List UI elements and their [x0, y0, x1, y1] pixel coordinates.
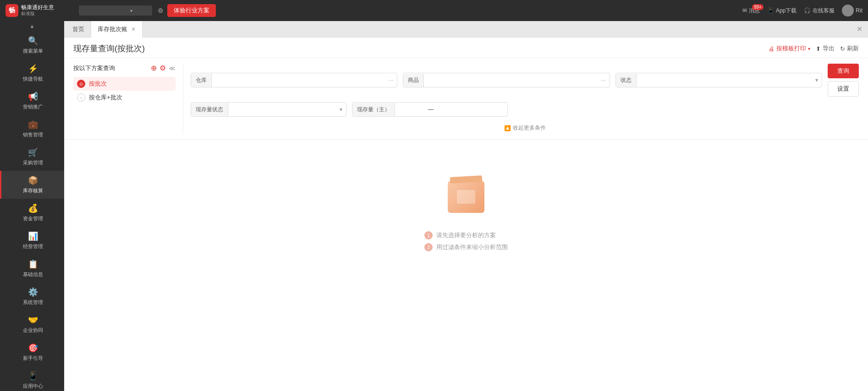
sidebar-item-basics[interactable]: 📋 基础信息: [0, 255, 64, 282]
warehouse-more-icon[interactable]: ···: [385, 74, 397, 86]
stock-status-label: 现存量状态: [191, 103, 228, 116]
filter-panel: 按以下方案查询 ⊕ ⚙ ≪ ⊙ 按批次 ○ 按仓库+批次: [64, 58, 868, 140]
inventory-icon: 📦: [28, 175, 38, 185]
hint-num-2: 2: [424, 243, 433, 251]
apps-icon: 📱: [28, 371, 38, 381]
settings-scheme-icon[interactable]: ⚙: [159, 64, 166, 72]
query-button[interactable]: 查询: [828, 64, 859, 78]
content-area: 首页 库存批次账 ✕ ✕ 现存量查询(按批次) 🖨 按模板打印 ▾: [64, 21, 868, 391]
purchase-icon: 🛒: [28, 147, 38, 157]
enterprise-icon: 🤝: [28, 315, 38, 325]
collapse-up-icon: 🔼: [504, 125, 511, 131]
sidebar-item-enterprise[interactable]: 🤝 企业协同: [0, 310, 64, 338]
settings-gear-icon[interactable]: ⚙: [158, 7, 164, 14]
scheme-batch-label: 按批次: [89, 80, 107, 88]
stock-qty-min-input[interactable]: [399, 106, 426, 113]
scheme-item-warehouse-batch[interactable]: ○ 按仓库+批次: [73, 91, 176, 104]
product-more-icon[interactable]: ···: [598, 74, 610, 86]
print-button[interactable]: 🖨 按模板打印 ▾: [769, 44, 810, 53]
collapse-scheme-icon[interactable]: ≪: [169, 65, 176, 72]
export-icon: ⬆: [816, 45, 821, 52]
newbie-icon: 🎯: [28, 343, 38, 353]
sidebar-item-quick-label: 快捷导航: [23, 76, 43, 82]
sidebar-item-operations-label: 经营管理: [23, 243, 43, 250]
stock-qty-max-input[interactable]: [435, 106, 463, 113]
sidebar-item-marketing-label: 营销推广: [23, 103, 43, 110]
scheme-active-icon: ⊙: [77, 80, 85, 88]
sidebar-item-sales-label: 销售管理: [23, 131, 43, 138]
status-input[interactable]: [637, 74, 812, 86]
online-service-button[interactable]: 🎧 在线客服: [804, 7, 835, 15]
stock-status-input[interactable]: [228, 103, 336, 115]
refresh-icon: ↻: [840, 45, 845, 52]
tab-close-icon[interactable]: ✕: [131, 26, 136, 33]
page-header-actions: 🖨 按模板打印 ▾ ⬆ 导出 ↻ 刷新: [769, 44, 859, 53]
topbar-search-input[interactable]: [82, 7, 128, 14]
phone-icon: 📱: [767, 7, 774, 14]
page-content: 现存量查询(按批次) 🖨 按模板打印 ▾ ⬆ 导出 ↻ 刷新: [64, 38, 868, 391]
status-dropdown-icon[interactable]: ▾: [812, 74, 822, 86]
empty-hints: 1 请先选择要分析的方案 2 用过滤条件来缩小分析范围: [424, 231, 508, 251]
user-label: Rit: [856, 7, 863, 14]
sidebar-item-marketing[interactable]: 📢 营销推广: [0, 87, 64, 115]
product-input[interactable]: [424, 74, 597, 86]
sidebar-item-quick[interactable]: ⚡ 快捷导航: [0, 59, 64, 87]
print-dropdown-icon[interactable]: ▾: [808, 46, 810, 51]
finance-icon: 💰: [28, 203, 38, 213]
sidebar-item-sales[interactable]: 💼 销售管理: [0, 115, 64, 143]
warehouse-field: 仓库 ···: [191, 73, 397, 87]
app-download-button[interactable]: 📱 App下载: [767, 7, 797, 15]
experience-button[interactable]: 体验行业方案: [167, 4, 216, 17]
headset-icon: 🎧: [804, 7, 811, 14]
filter-collapse-button[interactable]: 🔼 收起更多条件: [191, 122, 859, 134]
sidebar-item-search[interactable]: 🔍 搜索菜单: [0, 31, 64, 59]
scheme-inactive-icon: ○: [77, 93, 85, 102]
company-name: 畅康通好生意: [21, 4, 54, 11]
status-label: 状态: [616, 74, 637, 87]
search-dropdown-icon[interactable]: ▾: [130, 8, 132, 13]
tab-home[interactable]: 首页: [66, 21, 91, 38]
empty-state: 1 请先选择要分析的方案 2 用过滤条件来缩小分析范围: [64, 140, 868, 288]
sidebar-item-system[interactable]: ⚙️ 系统管理: [0, 282, 64, 310]
refresh-button[interactable]: ↻ 刷新: [840, 44, 859, 53]
sidebar-item-apps[interactable]: 📱 应用中心: [0, 366, 64, 391]
empty-box-inner: [457, 190, 475, 204]
user-avatar-button[interactable]: Rit: [842, 5, 863, 16]
product-field: 商品 ···: [403, 73, 610, 87]
tab-inventory-batch[interactable]: 库存批次账 ✕: [91, 21, 143, 38]
product-label: 商品: [403, 74, 424, 87]
filter-row-2: 现存量状态 ▾ 现存量（主） —: [191, 102, 859, 117]
warehouse-input[interactable]: [212, 74, 385, 86]
warehouse-label: 仓库: [191, 74, 212, 87]
sidebar-item-inventory[interactable]: 📦 库存核算: [0, 171, 64, 199]
scheme-item-batch[interactable]: ⊙ 按批次: [73, 77, 176, 91]
messages-button[interactable]: ✉ 消息 99+: [742, 7, 760, 15]
empty-hint-2: 2 用过滤条件来缩小分析范围: [424, 243, 508, 251]
stock-status-field: 现存量状态 ▾: [191, 102, 346, 117]
sidebar-scroll-up[interactable]: ▲: [0, 21, 64, 31]
sales-icon: 💼: [28, 119, 38, 130]
topbar-search-area[interactable]: ▾: [79, 5, 152, 16]
sidebar-item-finance[interactable]: 💰 资金管理: [0, 199, 64, 227]
sidebar-item-purchase[interactable]: 🛒 采购管理: [0, 143, 64, 171]
avatar: [842, 5, 854, 16]
filter-scheme-label: 按以下方案查询: [73, 64, 115, 72]
stock-status-dropdown-icon[interactable]: ▾: [336, 103, 346, 115]
page-header: 现存量查询(按批次) 🖨 按模板打印 ▾ ⬆ 导出 ↻ 刷新: [64, 38, 868, 58]
sidebar-item-apps-label: 应用中心: [23, 383, 43, 390]
tab-home-label: 首页: [72, 25, 84, 33]
operations-icon: 📊: [28, 231, 38, 241]
filter-scheme-panel: 按以下方案查询 ⊕ ⚙ ≪ ⊙ 按批次 ○ 按仓库+批次: [73, 64, 183, 134]
add-scheme-icon[interactable]: ⊕: [151, 64, 157, 72]
sidebar-item-operations[interactable]: 📊 经营管理: [0, 227, 64, 255]
basics-icon: 📋: [28, 259, 38, 269]
filter-row-1: 仓库 ··· 商品 ··· 状态 ▾: [191, 64, 859, 97]
topbar-right: ✉ 消息 99+ 📱 App下载 🎧 在线客服 Rit: [742, 5, 863, 16]
sidebar-item-search-label: 搜索菜单: [23, 48, 43, 54]
export-button[interactable]: ⬆ 导出: [816, 44, 835, 53]
logo-icon: 畅: [5, 4, 18, 17]
sidebar-item-newbie[interactable]: 🎯 新手引导: [0, 338, 64, 366]
filter-scheme-header: 按以下方案查询 ⊕ ⚙ ≪: [73, 64, 176, 72]
settings-button[interactable]: 设置: [828, 81, 859, 97]
tab-bar-close-button[interactable]: ✕: [851, 25, 868, 33]
